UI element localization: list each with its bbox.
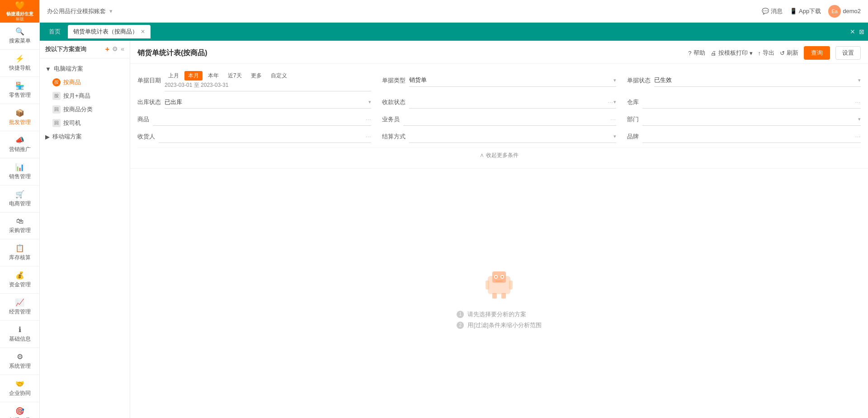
receipt-status-dropdown-icon[interactable]: ▾ — [613, 99, 616, 105]
tree-expand-icon: ▼ — [45, 66, 51, 72]
doc-status-input[interactable]: 已生效 ▾ — [654, 74, 861, 87]
wholesale-icon: 📦 — [15, 109, 24, 117]
purchase-icon: 🛍 — [16, 217, 24, 225]
page-content: 按以下方案查询 + ⚙ « ▼ 电脑端方案 按 按商品 按 按月+ — [40, 41, 868, 418]
filter-product: 商品 ··· — [137, 113, 371, 126]
tab-bar: 首页 销货单统计表（按商品） ✕ ✕ ⊠ — [40, 23, 868, 41]
filter-area: 单据日期 上月 本月 本年 近7天 更多 自定义 2023-03-01 至 20… — [130, 64, 868, 169]
sidebar-item-quick-nav[interactable]: ⚡ 快捷导航 — [0, 50, 39, 77]
sidebar-item-ecommerce[interactable]: 🛒 电商管理 — [0, 185, 39, 213]
export-button[interactable]: ↑ 导出 — [758, 49, 775, 57]
marketing-icon: 📣 — [15, 136, 24, 144]
product-more-icon[interactable]: ··· — [366, 117, 371, 122]
sales-icon: 📊 — [15, 163, 24, 171]
department-input[interactable]: ▾ — [642, 113, 861, 126]
sidebar-item-system[interactable]: ⚙ 系统管理 — [0, 348, 39, 375]
department-dropdown-icon[interactable]: ▾ — [858, 116, 861, 122]
filter-out-status: 出库状态 已出库 ▾ — [137, 96, 371, 109]
help-button[interactable]: ? 帮助 — [688, 49, 705, 57]
filter-doc-status: 单据状态 已生效 ▾ — [627, 69, 861, 91]
scheme-icon-by-product: 按 — [52, 78, 61, 86]
doc-status-dropdown-icon[interactable]: ▾ — [858, 77, 861, 83]
filter-doc-type: 单据类型 销货单 ▾ — [382, 69, 616, 91]
payment-method-input[interactable]: ▾ — [409, 130, 616, 143]
warehouse-more-icon[interactable]: ··· — [855, 100, 861, 105]
sidebar-item-finance[interactable]: 💰 资金管理 — [0, 266, 39, 294]
sidebar-item-purchase[interactable]: 🛍 采购管理 — [0, 213, 39, 239]
brand-input[interactable]: ··· — [642, 130, 861, 143]
doc-type-dropdown-icon[interactable]: ▾ — [613, 77, 616, 83]
tree-child-by-month-product[interactable]: 按 按月+商品 — [40, 89, 130, 103]
empty-illustration — [476, 258, 522, 303]
warehouse-input[interactable]: ··· — [642, 96, 861, 109]
svg-rect-10 — [501, 293, 506, 299]
sidebar-item-sales[interactable]: 📊 销售管理 — [0, 158, 39, 185]
tree-section-desktop: ▼ 电脑端方案 按 按商品 按 按月+商品 回 按商品分类 回 按司机 — [40, 58, 130, 147]
date-tab-7days[interactable]: 近7天 — [224, 71, 245, 81]
brand-more-icon[interactable]: ··· — [855, 134, 861, 139]
add-scheme-button[interactable]: + — [105, 45, 109, 53]
refresh-icon: ↺ — [780, 50, 785, 57]
sidebar-item-inventory[interactable]: 📋 库存核算 — [0, 239, 39, 266]
salesperson-input[interactable]: ··· — [403, 113, 616, 126]
window-close-button[interactable]: ✕ — [850, 28, 855, 35]
tree-parent-desktop[interactable]: ▼ 电脑端方案 — [40, 62, 130, 76]
recipient-more-icon[interactable]: ··· — [366, 134, 371, 139]
collapse-more-button[interactable]: ∧ 收起更多条件 — [137, 147, 861, 163]
setting-button[interactable]: 设置 — [835, 46, 861, 60]
template-print-button[interactable]: 🖨 按模板打印 ▾ — [711, 49, 753, 57]
filter-receipt-status: 收款状态 ··· ▾ — [382, 96, 616, 109]
date-tab-this-month[interactable]: 本月 — [184, 71, 203, 81]
app-download-button[interactable]: 📱 App下载 — [790, 7, 821, 15]
doc-type-input[interactable]: 销货单 ▾ — [409, 74, 616, 87]
date-tab-last-month[interactable]: 上月 — [165, 71, 183, 81]
tree-child-by-cashier[interactable]: 回 按司机 — [40, 116, 130, 130]
collapse-panel-button[interactable]: « — [121, 45, 124, 53]
tree-parent-mobile[interactable]: ▶ 移动端方案 — [40, 130, 130, 143]
right-content: 销货单统计表(按商品) ? 帮助 🖨 按模板打印 ▾ ↑ 导出 — [130, 41, 868, 418]
header-right: 💬 消息 📱 App下载 Ea demo2 — [762, 5, 861, 18]
user-profile[interactable]: Ea demo2 — [828, 5, 861, 18]
message-button[interactable]: 💬 消息 — [762, 7, 783, 15]
print-dropdown-icon[interactable]: ▾ — [750, 50, 753, 57]
sidebar-item-basic[interactable]: ℹ 基础信息 — [0, 321, 39, 348]
sidebar-item-cooperation[interactable]: 🤝 企业协同 — [0, 375, 39, 402]
help-icon: ? — [688, 50, 691, 57]
filter-payment-method: 结算方式 ▾ — [382, 130, 616, 143]
sidebar-item-retail[interactable]: 🏪 零售管理 — [0, 77, 39, 104]
app-logo: 🧡 畅捷通好生意 标版 — [0, 0, 39, 23]
dropdown-icon[interactable]: ▾ — [109, 8, 113, 14]
sidebar-item-wholesale[interactable]: 📦 批发管理 — [0, 104, 39, 131]
recipient-input[interactable]: ··· — [159, 130, 371, 143]
tree-child-by-product[interactable]: 按 按商品 — [40, 76, 130, 89]
date-input[interactable]: 上月 本月 本年 近7天 更多 自定义 2023-03-01 至 2023-03… — [165, 69, 371, 91]
payment-method-dropdown-icon[interactable]: ▾ — [613, 133, 616, 139]
refresh-button[interactable]: ↺ 刷新 — [780, 49, 798, 57]
export-icon: ↑ — [758, 50, 761, 57]
industry-label: 办公用品行业模拟账套 — [47, 7, 106, 15]
window-maximize-button[interactable]: ⊠ — [859, 28, 864, 35]
salesperson-more-icon[interactable]: ··· — [610, 117, 616, 122]
date-tab-more[interactable]: 更多 — [247, 71, 265, 81]
date-tab-this-year[interactable]: 本年 — [204, 71, 222, 81]
query-button[interactable]: 查询 — [804, 46, 830, 60]
finance-icon: 💰 — [15, 271, 24, 280]
receipt-status-input[interactable]: ··· ▾ — [409, 96, 616, 109]
tree-child-by-product-category[interactable]: 回 按商品分类 — [40, 103, 130, 116]
sidebar-item-search-menu[interactable]: 🔍 搜索菜单 — [0, 23, 39, 50]
tab-close-icon[interactable]: ✕ — [141, 28, 145, 35]
out-status-dropdown-icon[interactable]: ▾ — [368, 99, 371, 105]
date-tab-custom[interactable]: 自定义 — [267, 71, 291, 81]
settings-scheme-button[interactable]: ⚙ — [112, 45, 118, 53]
sidebar-item-guide[interactable]: 🎯 新手引导 — [0, 402, 39, 418]
sidebar-item-marketing[interactable]: 📣 营销推广 — [0, 131, 39, 158]
product-input[interactable]: ··· — [153, 113, 371, 126]
sidebar-item-operation[interactable]: 📈 经营管理 — [0, 294, 39, 321]
page-title-bar: 销货单统计表(按商品) ? 帮助 🖨 按模板打印 ▾ ↑ 导出 — [130, 41, 868, 64]
tab-sales-stat[interactable]: 销货单统计表（按商品） ✕ — [68, 25, 151, 38]
avatar: Ea — [828, 5, 841, 18]
filter-warehouse: 仓库 ··· — [627, 96, 861, 109]
tab-home[interactable]: 首页 — [43, 25, 66, 38]
out-status-input[interactable]: 已出库 ▾ — [165, 96, 371, 109]
receipt-status-more-icon[interactable]: ··· — [608, 100, 613, 105]
